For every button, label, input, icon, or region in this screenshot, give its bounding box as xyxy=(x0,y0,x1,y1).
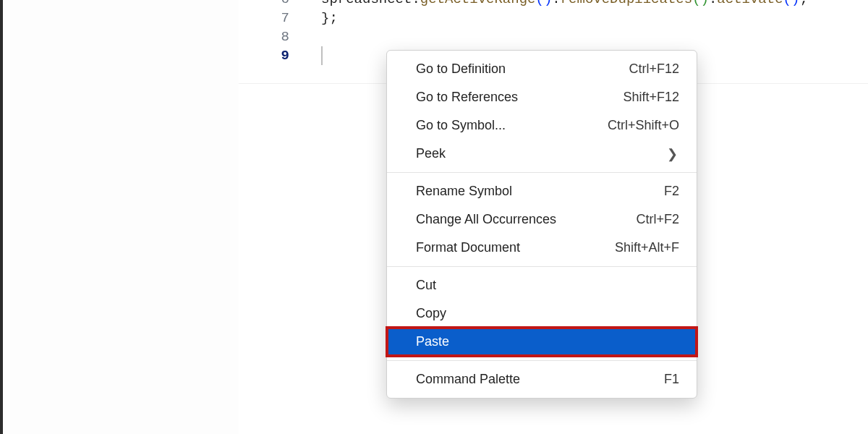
menu-item-shortcut: Shift+Alt+F xyxy=(615,240,679,255)
menu-item-label: Rename Symbol xyxy=(416,184,512,199)
menu-item-label: Go to References xyxy=(416,90,518,105)
menu-item-label: Peek xyxy=(416,146,446,161)
menu-item-go-to-references[interactable]: Go to References Shift+F12 xyxy=(387,83,697,111)
menu-item-label: Command Palette xyxy=(416,372,520,387)
editor-surface: 6 7 8 9 spreadsheet.getActiveRange().rem… xyxy=(0,0,868,434)
menu-item-label: Change All Occurrences xyxy=(416,212,556,227)
menu-item-label: Go to Symbol... xyxy=(416,118,506,133)
menu-divider xyxy=(387,360,697,361)
menu-divider xyxy=(387,172,697,173)
menu-item-shortcut: F2 xyxy=(664,184,679,199)
menu-item-go-to-definition[interactable]: Go to Definition Ctrl+F12 xyxy=(387,55,697,83)
code-line: }; xyxy=(321,9,338,27)
line-number: 9 xyxy=(281,46,289,65)
window-edge xyxy=(0,0,3,434)
code-line: spreadsheet.getActiveRange().removeDupli… xyxy=(321,0,808,9)
menu-item-label: Copy xyxy=(416,306,446,321)
menu-item-paste[interactable]: Paste xyxy=(387,328,697,356)
menu-item-shortcut: Shift+F12 xyxy=(623,90,679,105)
menu-item-shortcut: Ctrl+Shift+O xyxy=(608,118,679,133)
line-number: 6 xyxy=(281,0,289,9)
menu-item-label: Go to Definition xyxy=(416,61,506,77)
menu-item-label: Format Document xyxy=(416,240,520,255)
cursor-line xyxy=(321,46,323,65)
menu-item-label: Cut xyxy=(416,278,436,293)
line-number: 7 xyxy=(281,9,289,27)
editor-context-menu: Go to Definition Ctrl+F12 Go to Referenc… xyxy=(386,50,697,399)
menu-item-go-to-symbol[interactable]: Go to Symbol... Ctrl+Shift+O xyxy=(387,111,697,140)
line-number: 8 xyxy=(281,27,289,46)
menu-item-shortcut: F1 xyxy=(664,372,679,387)
menu-item-shortcut: Ctrl+F12 xyxy=(629,61,679,77)
menu-item-format-document[interactable]: Format Document Shift+Alt+F xyxy=(387,234,697,262)
line-number-gutter: 6 7 8 9 xyxy=(239,0,302,434)
menu-item-change-all-occurrences[interactable]: Change All Occurrences Ctrl+F2 xyxy=(387,205,697,234)
chevron-right-icon: ❯ xyxy=(667,146,678,162)
menu-item-peek[interactable]: Peek ❯ xyxy=(387,140,697,168)
menu-item-rename-symbol[interactable]: Rename Symbol F2 xyxy=(387,177,697,205)
menu-item-label: Paste xyxy=(416,334,449,349)
menu-item-command-palette[interactable]: Command Palette F1 xyxy=(387,365,697,393)
menu-item-cut[interactable]: Cut xyxy=(387,271,697,299)
menu-item-copy[interactable]: Copy xyxy=(387,299,697,328)
menu-divider xyxy=(387,266,697,267)
menu-item-shortcut: Ctrl+F2 xyxy=(636,212,679,227)
